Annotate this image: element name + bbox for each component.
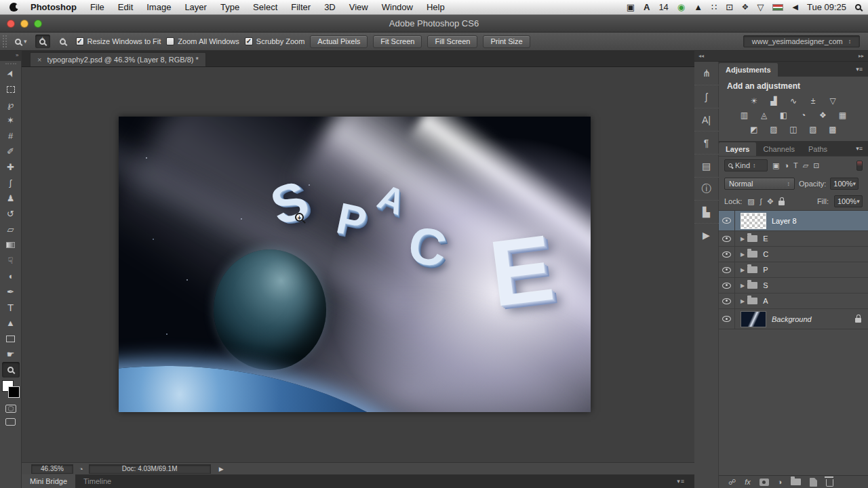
color-balance-adjustment-icon[interactable]: ◬ bbox=[757, 110, 771, 120]
lock-position-icon[interactable]: ✥ bbox=[767, 197, 773, 206]
menu-filter[interactable]: Filter bbox=[284, 0, 317, 14]
bottom-panel-menu-icon[interactable]: ▾≡ bbox=[677, 478, 685, 485]
fill-screen-button[interactable]: Fill Screen bbox=[427, 35, 477, 48]
history-brush-tool[interactable]: ↺ bbox=[2, 206, 20, 222]
menu-edit[interactable]: Edit bbox=[111, 0, 140, 14]
blend-mode-select[interactable]: Normal ↕ bbox=[724, 178, 795, 190]
move-tool[interactable]: ➤ bbox=[2, 66, 20, 81]
screen-mode-button[interactable] bbox=[5, 418, 16, 426]
layer8-thumbnail[interactable] bbox=[741, 213, 766, 229]
background-color-swatch[interactable] bbox=[8, 386, 20, 398]
resize-windows-checkbox[interactable]: ✓ Resize Windows to Fit bbox=[76, 37, 161, 45]
zoom-tool[interactable] bbox=[2, 362, 20, 378]
status-options-arrow-icon[interactable]: ▶ bbox=[219, 466, 224, 472]
visibility-cell[interactable] bbox=[719, 278, 735, 293]
status-sync-icon[interactable]: ◔ bbox=[79, 465, 83, 473]
layer-filter-kind-select[interactable]: Kind ↕ bbox=[724, 159, 768, 171]
histogram-panel-icon[interactable]: ▙ bbox=[694, 200, 719, 223]
color-swatches[interactable] bbox=[2, 380, 20, 398]
tab-timeline[interactable]: Timeline bbox=[75, 474, 119, 488]
brightness-contrast-adjustment-icon[interactable]: ☀ bbox=[747, 96, 761, 106]
menu-file[interactable]: File bbox=[83, 0, 111, 14]
document-size-field[interactable]: Doc: 4.03M/69.1M bbox=[89, 464, 211, 474]
magic-wand-tool[interactable]: ✶ bbox=[2, 113, 20, 128]
new-group-button[interactable] bbox=[791, 479, 801, 485]
menu-view[interactable]: View bbox=[342, 0, 375, 14]
smudge-tool[interactable]: ☟ bbox=[2, 253, 20, 268]
paragraph-panel-icon[interactable]: ¶ bbox=[694, 131, 719, 154]
layer-group-row-a[interactable]: ▶ A bbox=[719, 293, 868, 309]
layer-group-row-e[interactable]: ▶ E bbox=[719, 231, 868, 247]
tab-paths[interactable]: Paths bbox=[802, 142, 834, 156]
filter-type-layers-icon[interactable]: T bbox=[793, 161, 798, 169]
dodge-tool[interactable]: ◖ bbox=[2, 268, 20, 284]
screen-record-icon[interactable]: ▣ bbox=[627, 0, 635, 14]
curves-adjustment-icon[interactable]: ∿ bbox=[787, 96, 800, 106]
filter-smart-object-icon[interactable]: ⊡ bbox=[813, 161, 819, 170]
zoom-all-windows-checkbox[interactable]: Zoom All Windows bbox=[166, 37, 239, 45]
add-layer-mask-button[interactable] bbox=[760, 479, 769, 486]
menu-3d[interactable]: 3D bbox=[317, 0, 342, 14]
zoom-out-mode-button[interactable]: − bbox=[56, 35, 71, 48]
menu-layer[interactable]: Layer bbox=[178, 0, 214, 14]
brush-panel-icon[interactable]: ʃ bbox=[694, 85, 719, 108]
lock-transparent-pixels-icon[interactable]: ▨ bbox=[747, 197, 754, 206]
tools-collapse-button[interactable]: » bbox=[0, 51, 22, 61]
window-manager-icon[interactable]: ✥ bbox=[742, 0, 748, 14]
apple-menu-icon[interactable] bbox=[9, 3, 18, 12]
filter-pixel-layers-icon[interactable]: ▣ bbox=[772, 161, 779, 170]
zoom-level-field[interactable]: 46.35% bbox=[31, 464, 73, 474]
healing-brush-tool[interactable]: ✚ bbox=[2, 159, 20, 175]
fit-screen-button[interactable]: Fit Screen bbox=[373, 35, 422, 48]
menu-help[interactable]: Help bbox=[420, 0, 452, 14]
actions-panel-icon[interactable]: ▶ bbox=[694, 223, 719, 246]
character-panel-icon[interactable]: A| bbox=[694, 108, 719, 131]
layer-group-row-s[interactable]: ▶ S bbox=[719, 278, 868, 293]
workspace-switcher[interactable]: www_yesimadesigner_com ↕ bbox=[743, 35, 860, 47]
lasso-tool[interactable]: ℘ bbox=[2, 97, 20, 113]
display-icon[interactable]: ⊡ bbox=[726, 0, 733, 14]
zoom-in-mode-button[interactable]: + bbox=[35, 35, 50, 48]
collapse-panel-dock-button[interactable]: ▸▸ bbox=[859, 53, 864, 59]
menu-photoshop[interactable]: Photoshop bbox=[24, 0, 83, 14]
delete-layer-button[interactable] bbox=[826, 479, 833, 487]
gradient-map-adjustment-icon[interactable]: ▧ bbox=[806, 124, 820, 134]
link-layers-button[interactable]: ☍ bbox=[728, 478, 736, 487]
layer-row-layer8[interactable]: Layer 8 bbox=[719, 211, 868, 231]
lock-all-icon[interactable] bbox=[778, 201, 785, 205]
expand-triangle-icon[interactable]: ▶ bbox=[741, 298, 745, 304]
marquee-tool[interactable] bbox=[2, 81, 20, 97]
expand-triangle-icon[interactable]: ▶ bbox=[741, 267, 745, 273]
tab-mini-bridge[interactable]: Mini Bridge bbox=[22, 474, 75, 488]
eyedropper-tool[interactable]: ✐ bbox=[2, 144, 20, 159]
menu-select[interactable]: Select bbox=[246, 0, 284, 14]
menubar-clock[interactable]: Tue 09:25 bbox=[807, 2, 846, 12]
layer-group-row-p[interactable]: ▶ P bbox=[719, 262, 868, 278]
clone-stamp-tool[interactable]: ♟ bbox=[2, 190, 20, 206]
new-adjustment-layer-button[interactable]: ◑ bbox=[778, 478, 783, 486]
current-tool-icon[interactable]: ▾ bbox=[12, 38, 30, 45]
tab-channels[interactable]: Channels bbox=[756, 142, 801, 156]
posterize-adjustment-icon[interactable]: ▨ bbox=[767, 124, 781, 134]
drive-sync-icon[interactable]: ▲ bbox=[694, 0, 703, 14]
eraser-tool[interactable]: ▱ bbox=[2, 222, 20, 237]
opacity-field[interactable]: 100% ▾ bbox=[830, 178, 859, 190]
invert-adjustment-icon[interactable]: ◩ bbox=[747, 124, 761, 134]
info-panel-icon[interactable]: ⓘ bbox=[694, 177, 719, 200]
volume-icon[interactable]: ◀ bbox=[792, 0, 797, 14]
canvas[interactable]: S P A C E + bbox=[119, 117, 591, 412]
quick-mask-button[interactable] bbox=[5, 405, 16, 413]
crop-tool[interactable]: # bbox=[2, 128, 20, 144]
tab-layers[interactable]: Layers bbox=[719, 142, 756, 156]
menu-type[interactable]: Type bbox=[214, 0, 246, 14]
layer-style-button[interactable]: fx bbox=[745, 478, 751, 486]
expand-triangle-icon[interactable]: ▶ bbox=[741, 283, 745, 289]
gradient-tool[interactable] bbox=[2, 237, 20, 253]
pen-tool[interactable]: ✒ bbox=[2, 284, 20, 300]
print-size-button[interactable]: Print Size bbox=[483, 35, 530, 48]
adjustments-panel-menu-icon[interactable]: ▾≡ bbox=[856, 66, 863, 73]
actual-pixels-button[interactable]: Actual Pixels bbox=[310, 35, 368, 48]
visibility-cell[interactable] bbox=[719, 231, 735, 246]
wifi-icon[interactable]: ▽ bbox=[757, 0, 764, 14]
vibrance-adjustment-icon[interactable]: ▽ bbox=[826, 96, 840, 106]
